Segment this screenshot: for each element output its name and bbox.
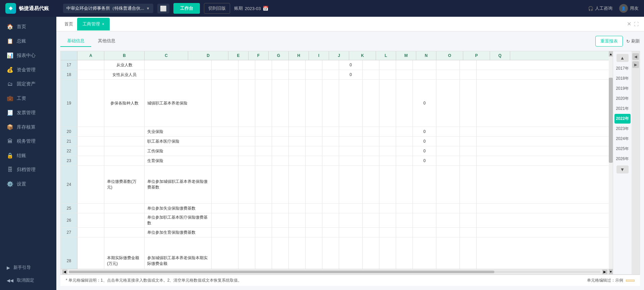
table-row[interactable]: 28本期实际缴费金额(万元)参加城镇职工基本养老保险本期实际缴费金额 [61,237,609,269]
cell-j-25[interactable] [322,204,339,213]
cell-c-22[interactable]: 工伤保险 [145,146,212,156]
expand-icon[interactable]: ⛶ [634,21,639,27]
cell-b-25[interactable] [104,204,145,213]
cell-k-27[interactable] [339,228,363,237]
cell-n-21[interactable] [396,137,413,146]
cell-h-22[interactable] [289,146,306,156]
cell-l-25[interactable] [363,204,379,213]
year-down-button[interactable]: ▼ [616,165,629,173]
cell-l-18[interactable] [363,70,379,79]
cell-d-17[interactable] [212,60,238,70]
support-button[interactable]: 🎧 人工咨询 [588,5,612,11]
cell-p-17[interactable] [436,60,460,70]
cell-k-24[interactable] [339,166,363,203]
cell-g-23[interactable] [272,156,289,165]
cell-m-22[interactable] [379,146,396,156]
cell-n-24[interactable] [396,166,413,203]
table-row[interactable]: 17从业人数0 [61,60,609,70]
cell-g-18[interactable] [272,70,289,79]
cell-o-17[interactable] [413,60,436,70]
cell-k-28[interactable] [339,237,363,269]
cell-q-19[interactable] [460,80,477,127]
cell-n-23[interactable] [396,156,413,165]
table-row[interactable]: 21职工基本医疗保险0 [61,137,609,146]
cell-i-17[interactable] [306,60,322,70]
cell-g-25[interactable] [272,204,289,213]
scroll-track[interactable] [69,271,601,273]
sidebar-item-home[interactable]: 🏠首页 [0,19,56,34]
cell-g-17[interactable] [272,60,289,70]
cell-a-27[interactable] [77,228,104,237]
cell-h-26[interactable] [289,213,306,227]
cell-j-26[interactable] [322,213,339,227]
vertical-scrollbar[interactable]: ▲ ▼ [609,51,613,274]
cell-k-18[interactable]: 0 [339,70,363,79]
cell-p-18[interactable] [436,70,460,79]
cell-i-24[interactable] [306,166,322,203]
cell-e-26[interactable] [238,213,255,227]
cell-h-19[interactable] [289,80,306,127]
year-btn-2018年[interactable]: 2018年 [614,74,631,83]
cell-c-28[interactable]: 参加城镇职工基本养老保险本期实际缴费金额 [145,237,212,269]
cell-d-27[interactable] [212,228,238,237]
cell-m-20[interactable] [379,127,396,136]
cell-o-26[interactable] [413,213,436,227]
cell-p-27[interactable] [436,228,460,237]
cell-b-20[interactable] [104,127,145,136]
scroll-down-button[interactable]: ▼ [609,269,613,274]
cell-q-27[interactable] [460,228,477,237]
tab-close-icon[interactable]: × [102,22,104,26]
cell-l-17[interactable] [363,60,379,70]
cell-i-28[interactable] [306,237,322,269]
cell-n-22[interactable] [396,146,413,156]
sidebar-item-assets[interactable]: 🗂固定资产 [0,77,56,91]
cell-q-26[interactable] [460,213,477,227]
cell-c-20[interactable]: 失业保险 [145,127,212,136]
cell-d-26[interactable] [212,213,238,227]
cell-b-17[interactable]: 从业人数 [104,60,145,70]
cell-m-18[interactable] [379,70,396,79]
cell-j-18[interactable] [322,70,339,79]
cell-n-20[interactable] [396,127,413,136]
cell-q-24[interactable] [460,166,477,203]
user-menu[interactable]: 👤 用友 [619,4,639,13]
cell-k-17[interactable]: 0 [339,60,363,70]
table-row[interactable]: 19参保各险种人数城镇职工基本养老保险0 [61,80,609,127]
cell-b-24[interactable]: 单位缴费基数(万元) [104,166,145,203]
cell-m-27[interactable] [379,228,396,237]
cell-o-25[interactable] [413,204,436,213]
cell-n-19[interactable] [396,80,413,127]
year-up-button[interactable]: ▲ [616,54,629,62]
cell-q-17[interactable] [460,60,477,70]
cell-n-17[interactable] [396,60,413,70]
cell-b-23[interactable] [104,156,145,165]
cell-k-25[interactable] [339,204,363,213]
cell-h-23[interactable] [289,156,306,165]
cell-c-19[interactable]: 城镇职工基本养老保险 [145,80,212,127]
sidebar-item-funds[interactable]: 💰资金管理 [0,63,56,77]
cell-g-21[interactable] [272,137,289,146]
calendar-icon[interactable]: 📅 [263,6,268,11]
cell-h-18[interactable] [289,70,306,79]
cell-o-21[interactable]: 0 [413,137,436,146]
cell-m-19[interactable] [379,80,396,127]
cell-o-23[interactable]: 0 [413,156,436,165]
tab-industrial[interactable]: 工商管理 × [77,18,110,30]
cell-o-28[interactable] [413,237,436,269]
cell-l-28[interactable] [363,237,379,269]
cell-b-21[interactable] [104,137,145,146]
company-selector[interactable]: 中审众环会计师事务所（特殊普通合伙... ▼ [63,4,153,13]
cell-f-23[interactable] [255,156,272,165]
cell-f-22[interactable] [255,146,272,156]
cell-c-18[interactable] [145,70,212,79]
cell-e-18[interactable] [238,70,255,79]
cell-m-17[interactable] [379,60,396,70]
cell-d-28[interactable] [212,237,238,269]
cell-m-23[interactable] [379,156,396,165]
table-row[interactable]: 24单位缴费基数(万元)单位参加城镇职工基本养老保险缴费基数 [61,166,609,204]
cell-i-25[interactable] [306,204,322,213]
sidebar-item-new-guide[interactable]: ▶ 新手引导 [0,261,56,274]
cell-q-20[interactable] [460,127,477,136]
cell-f-17[interactable] [255,60,272,70]
cell-a-22[interactable] [77,146,104,156]
